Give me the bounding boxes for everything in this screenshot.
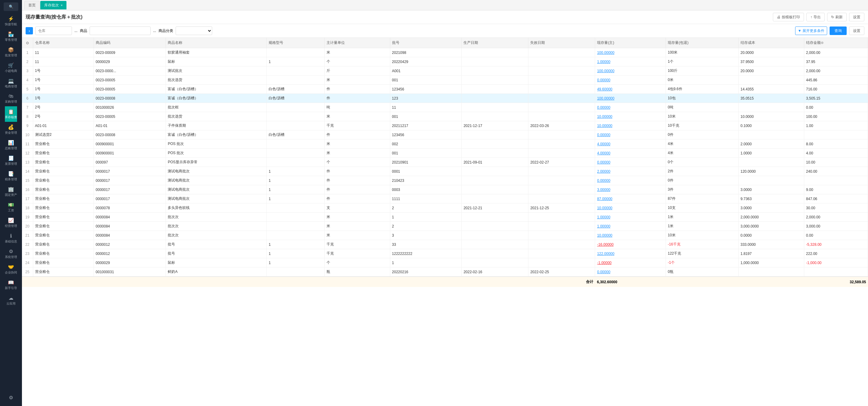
cell-18-9[interactable]: 1.00000	[595, 212, 666, 222]
toolbar: 现存量查询(按仓库＋批次) 🖨 按模板打印 ↑ 导出 ↻ 刷新 设置	[22, 10, 868, 24]
cell-21-9[interactable]: -16.00000	[595, 240, 666, 249]
cell-11-3: POS 批次	[166, 149, 267, 158]
cell-19-4	[267, 222, 324, 231]
sidebar-item-tax[interactable]: 📑税务管理	[5, 168, 17, 184]
cell-2-9[interactable]: 100.00000	[595, 66, 666, 75]
sidebar-item-basic-info[interactable]: ℹ基础信息	[5, 231, 17, 246]
cell-10-9[interactable]: 4.00000	[595, 139, 666, 149]
cell-17-7: 2021-12-21	[462, 203, 528, 212]
cell-22-9[interactable]: 122.00000	[595, 249, 666, 258]
col-header-product_code: 商品编码	[94, 38, 166, 48]
sidebar-item-purchase[interactable]: 🛍采购管理	[5, 91, 17, 106]
product-label: 商品	[80, 28, 87, 34]
cell-13-7	[462, 167, 528, 176]
cell-16-9[interactable]: 87.00000	[595, 194, 666, 203]
cell-14-9[interactable]: 0.00000	[595, 176, 666, 185]
sidebar-item-inventory[interactable]: 📋库存核查	[5, 106, 17, 122]
cell-22-6: 1222222222	[390, 249, 462, 258]
cell-15-8	[528, 185, 595, 194]
export-icon: ↑	[810, 15, 812, 19]
filter-nav-arrow[interactable]: ›	[26, 27, 33, 34]
cell-8-8: 2022-03-26	[528, 121, 595, 130]
cell-21-4: 1	[267, 240, 324, 249]
tab-home[interactable]: 首页	[24, 1, 40, 9]
sidebar-item-hr[interactable]: 💵工资	[5, 200, 17, 215]
expand-icon: ▼	[798, 29, 802, 33]
cell-1-1: 11	[33, 57, 94, 66]
sidebar-item-settings[interactable]: ⚙	[0, 392, 22, 404]
product-input[interactable]	[90, 27, 151, 35]
sidebar-item-collab[interactable]: 🤝企业协同	[5, 262, 17, 277]
cell-12-11	[738, 158, 804, 167]
cell-24-9[interactable]: 0.00000	[595, 267, 666, 277]
tax-icon: 📑	[8, 171, 14, 177]
cell-5-11: 35.0515	[738, 94, 804, 103]
cell-5-9[interactable]: 100.00000	[595, 94, 666, 103]
cell-4-9[interactable]: 49.60000	[595, 85, 666, 94]
cell-3-9[interactable]: 0.00000	[595, 75, 666, 85]
cell-9-12	[804, 130, 868, 139]
category-select[interactable]	[176, 27, 212, 35]
sidebar-item-guide[interactable]: 📖新手引导	[5, 277, 17, 293]
cell-16-8	[528, 194, 595, 203]
sidebar-item-fixed-asset[interactable]: 🏢固定资产	[5, 184, 17, 200]
cell-13-9[interactable]: 2.00000	[595, 167, 666, 176]
expand-filter-button[interactable]: ▼ 展开更多条件	[795, 27, 827, 35]
print-button[interactable]: 🖨 按模板打印	[773, 13, 804, 21]
cell-6-9[interactable]: 0.00000	[595, 103, 666, 112]
collab-icon: 🤝	[8, 264, 14, 270]
sidebar-item-invoice[interactable]: 🧾发票管理	[5, 153, 17, 168]
cell-19-11: 3,000.0000	[738, 222, 804, 231]
table-row: 10测试选货20023-00008富诚（白色/沥槽）白色/沥槽件1234560.…	[22, 130, 868, 139]
cell-20-9[interactable]: 10.00000	[595, 231, 666, 240]
sidebar-item-wholesale[interactable]: 📦批发管理	[5, 44, 17, 60]
sidebar-item-ecommerce[interactable]: 💻电商管理	[5, 75, 17, 91]
refresh-button[interactable]: ↻ 刷新	[827, 13, 847, 21]
cell-7-9[interactable]: 10.00000	[595, 112, 666, 121]
cell-15-9[interactable]: 3.00000	[595, 185, 666, 194]
cell-22-2: 0000012	[94, 249, 166, 258]
cell-1-3: 鼠标	[166, 57, 267, 66]
sidebar-item-mini-shop[interactable]: 🛒小超电商	[5, 60, 17, 75]
tab-close-btn[interactable]: ×	[61, 3, 62, 7]
cell-9-9[interactable]: 0.00000	[595, 130, 666, 139]
sidebar: 🔍 搜索菜单 ⚡快捷导航🏪零售管理📦批发管理🛒小超电商💻电商管理🛍采购管理📋库存…	[0, 0, 22, 406]
sidebar-item-general[interactable]: 📊总账管理	[5, 137, 17, 153]
cell-8-4	[267, 121, 324, 130]
sidebar-label-hr: 工资	[8, 208, 14, 212]
cell-12-9[interactable]: 0.00000	[595, 158, 666, 167]
sidebar-item-ops[interactable]: 📈经营管理	[5, 215, 17, 231]
cell-19-9[interactable]: 1.00000	[595, 222, 666, 231]
sidebar-item-sys[interactable]: ⚙系统管理	[5, 246, 17, 262]
cell-14-12	[804, 176, 868, 185]
warehouse-input[interactable]	[35, 27, 72, 35]
cell-11-9[interactable]: 4.00000	[595, 149, 666, 158]
sidebar-item-cloud[interactable]: ☁云应用	[5, 293, 17, 308]
cell-17-9[interactable]: 10.00000	[595, 203, 666, 212]
cell-1-6: 20220429	[390, 57, 462, 66]
cell-24-10: 0瓶	[666, 267, 738, 277]
cell-22-10: 122千克	[666, 249, 738, 258]
cell-1-9[interactable]: 1.00000	[595, 57, 666, 66]
export-button[interactable]: ↑ 导出	[806, 13, 825, 21]
sidebar-item-retail[interactable]: 🏪零售管理	[5, 29, 17, 44]
cell-0-9[interactable]: 100.00000	[595, 48, 666, 57]
cell-24-11	[738, 267, 804, 277]
cell-8-5: 千克	[324, 121, 390, 130]
cell-8-9[interactable]: 10.00000	[595, 121, 666, 130]
search-button[interactable]: 查询	[830, 27, 847, 35]
filter-settings-button[interactable]: 设置	[849, 27, 864, 35]
cell-20-7	[462, 231, 528, 240]
cell-18-1: 营业粮仓	[33, 212, 94, 222]
sidebar-item-quick-nav[interactable]: ⚡快捷导航	[5, 13, 17, 29]
retail-icon: 🏪	[8, 31, 14, 37]
cell-23-9[interactable]: -1.00000	[595, 258, 666, 267]
sidebar-search[interactable]: 🔍 搜索菜单	[4, 2, 18, 11]
sidebar-item-asset[interactable]: 💰资金管理	[5, 122, 17, 137]
sidebar-label-mini-shop: 小超电商	[5, 69, 17, 73]
tab-inventory[interactable]: 库存批次 ×	[40, 1, 66, 9]
cell-7-1: 2号	[33, 112, 94, 121]
cell-19-2: 0000084	[94, 222, 166, 231]
settings-button[interactable]: 设置	[849, 13, 864, 21]
cell-7-3: 批次选货	[166, 112, 267, 121]
